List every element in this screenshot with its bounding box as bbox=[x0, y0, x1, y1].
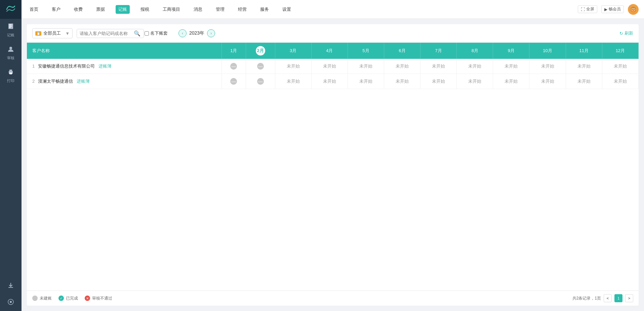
svg-rect-3 bbox=[9, 27, 11, 28]
page-info: 共2条记录，1页 < 1 > bbox=[572, 294, 633, 302]
employee-select[interactable]: 📋 全部员工 ▼ bbox=[32, 28, 73, 38]
nav-billing[interactable]: 收费 bbox=[71, 5, 85, 14]
sidebar-item-print-label: 打印 bbox=[7, 78, 14, 83]
status-not-started: 未开始 bbox=[432, 79, 445, 84]
status-not-started: 未开始 bbox=[323, 64, 336, 69]
month-cell: 未开始 bbox=[348, 59, 384, 74]
status-not-started: 未开始 bbox=[287, 79, 300, 84]
nav-settings[interactable]: 设置 bbox=[280, 5, 294, 14]
status-not-started: 未开始 bbox=[505, 79, 518, 84]
enter-ledger-link[interactable]: 进账簿 bbox=[98, 64, 112, 69]
sidebar-bottom bbox=[0, 278, 22, 311]
row-index: 1 bbox=[32, 64, 35, 69]
month-cell: 未开始 bbox=[529, 59, 566, 74]
table-body: 1 安徽畅捷通信息技术有限公司 进账簿——未开始未开始未开始未开始未开始未开始未… bbox=[27, 59, 639, 89]
search-button[interactable]: 🔍 bbox=[134, 30, 140, 37]
avatar[interactable]: 🐵 bbox=[628, 4, 639, 15]
month-cell: — bbox=[222, 74, 246, 89]
legend-rejected: ✕ 审核不通过 bbox=[85, 296, 112, 301]
nav-operation[interactable]: 经营 bbox=[235, 5, 249, 14]
vip-button[interactable]: ▶ 畅会员 bbox=[601, 5, 624, 13]
svg-rect-1 bbox=[9, 25, 12, 25]
checkbox-label[interactable]: 名下账套 bbox=[145, 30, 168, 36]
vip-icon: ▶ bbox=[604, 7, 607, 12]
col-month-12: 12月 bbox=[602, 43, 638, 59]
total-label: 共2条记录，1页 bbox=[572, 296, 601, 301]
fullscreen-icon: ⛶ bbox=[581, 7, 585, 12]
col-month-2: 2月 bbox=[246, 43, 275, 59]
sidebar-item-support[interactable] bbox=[0, 295, 22, 311]
content: 📋 全部员工 ▼ 🔍 名下账套 ‹ 2023年 › bbox=[22, 19, 644, 311]
sidebar: 记账 审核 打印 bbox=[0, 0, 22, 311]
status-dash: — bbox=[257, 63, 264, 70]
col-client-name: 客户名称 bbox=[27, 43, 222, 59]
status-not-started: 未开始 bbox=[577, 79, 591, 84]
sidebar-item-audit[interactable]: 审核 bbox=[0, 42, 22, 65]
nav-manage[interactable]: 管理 bbox=[213, 5, 227, 14]
col-month-3: 3月 bbox=[275, 43, 311, 59]
main-area: 首页 客户 收费 票据 记账 报税 工商项目 消息 管理 经营 服务 设置 ⛶ … bbox=[22, 0, 644, 311]
status-not-started: 未开始 bbox=[359, 79, 372, 84]
status-not-started: 未开始 bbox=[359, 64, 372, 69]
prev-page-button[interactable]: < bbox=[604, 294, 612, 302]
nav-message[interactable]: 消息 bbox=[191, 5, 205, 14]
support-icon bbox=[7, 299, 14, 307]
month-cell: 未开始 bbox=[311, 74, 348, 89]
month-cell: — bbox=[222, 59, 246, 74]
row-index: 2 bbox=[32, 79, 35, 84]
month-cell: 未开始 bbox=[275, 74, 311, 89]
employee-icon: 📋 bbox=[35, 31, 41, 36]
status-not-started: 未开始 bbox=[541, 79, 554, 84]
sidebar-item-print[interactable]: 打印 bbox=[0, 65, 22, 87]
nav-business[interactable]: 工商项目 bbox=[160, 5, 183, 14]
legend-teal-dot: ✓ bbox=[58, 296, 64, 301]
svg-rect-6 bbox=[9, 70, 12, 71]
download-icon bbox=[7, 282, 14, 290]
svg-rect-8 bbox=[8, 287, 13, 288]
nav-invoice[interactable]: 票据 bbox=[93, 5, 108, 14]
print-icon bbox=[7, 69, 14, 77]
search-group: 🔍 bbox=[77, 29, 140, 38]
month-cell: 未开始 bbox=[384, 59, 420, 74]
month-cell: 未开始 bbox=[420, 59, 457, 74]
month-cell: 未开始 bbox=[493, 59, 529, 74]
year-prev-button[interactable]: ‹ bbox=[178, 29, 187, 37]
status-dash: — bbox=[257, 78, 264, 85]
svg-rect-7 bbox=[9, 73, 12, 74]
year-label: 2023年 bbox=[189, 30, 204, 36]
sidebar-item-download[interactable] bbox=[0, 278, 22, 295]
col-month-1: 1月 bbox=[222, 43, 246, 59]
table-row: 1 安徽畅捷通信息技术有限公司 进账簿——未开始未开始未开始未开始未开始未开始未… bbox=[27, 59, 639, 74]
refresh-button[interactable]: ↻ 刷新 bbox=[619, 30, 633, 36]
month-cell: 未开始 bbox=[384, 74, 420, 89]
fullscreen-button[interactable]: ⛶ 全屏 bbox=[578, 5, 597, 13]
footer: 未建账 ✓ 已完成 ✕ 审核不通过 共2条记录，1页 < 1 > bbox=[27, 290, 639, 306]
toolbar: 📋 全部员工 ▼ 🔍 名下账套 ‹ 2023年 › bbox=[27, 24, 639, 43]
nav-service[interactable]: 服务 bbox=[257, 5, 272, 14]
status-not-started: 未开始 bbox=[432, 64, 445, 69]
table-wrap: 客户名称 1月 2月 3月 4月 5月 6月 7月 8月 9月 bbox=[27, 43, 639, 290]
enter-ledger-link[interactable]: 进账簿 bbox=[77, 79, 90, 84]
nav-client[interactable]: 客户 bbox=[49, 5, 63, 14]
nav-tax[interactable]: 报税 bbox=[138, 5, 152, 14]
year-next-button[interactable]: › bbox=[207, 29, 215, 37]
nav-home[interactable]: 首页 bbox=[27, 5, 41, 14]
accounts-checkbox[interactable] bbox=[145, 31, 149, 36]
sidebar-item-ledger[interactable]: 记账 bbox=[0, 19, 22, 42]
month-cell: 未开始 bbox=[457, 74, 493, 89]
legend-red-dot: ✕ bbox=[85, 296, 90, 301]
status-not-started: 未开始 bbox=[396, 79, 409, 84]
next-page-button[interactable]: > bbox=[625, 294, 633, 302]
main-table: 客户名称 1月 2月 3月 4月 5月 6月 7月 8月 9月 bbox=[27, 43, 639, 89]
status-not-started: 未开始 bbox=[577, 64, 591, 69]
status-dash: — bbox=[230, 78, 237, 85]
select-arrow: ▼ bbox=[65, 31, 70, 36]
client-name: 漠澜太平畅捷通信 bbox=[38, 79, 73, 84]
status-not-started: 未开始 bbox=[541, 64, 554, 69]
client-cell: 2 漠澜太平畅捷通信 进账簿 bbox=[27, 74, 222, 89]
status-dash: — bbox=[230, 63, 237, 70]
nav-ledger[interactable]: 记账 bbox=[116, 5, 130, 14]
status-not-started: 未开始 bbox=[614, 79, 627, 84]
client-name: 安徽畅捷通信息技术有限公司 bbox=[38, 64, 95, 69]
current-page-button[interactable]: 1 bbox=[614, 294, 622, 302]
